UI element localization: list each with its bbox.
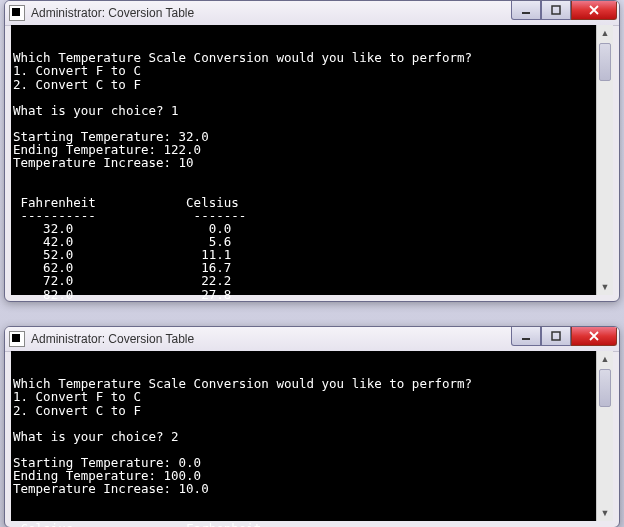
vertical-scrollbar-2[interactable]: ▲ ▼ xyxy=(596,351,613,521)
maximize-button[interactable] xyxy=(541,1,571,20)
scroll-thumb[interactable] xyxy=(599,369,611,407)
scroll-down-button[interactable]: ▼ xyxy=(597,279,613,295)
desktop-area: Administrator: Coversion Table Which Tem… xyxy=(0,0,624,527)
window-title-1: Administrator: Coversion Table xyxy=(31,6,194,20)
window-buttons-2 xyxy=(511,327,617,346)
scroll-up-button[interactable]: ▲ xyxy=(597,351,613,367)
window-buttons-1 xyxy=(511,1,617,20)
close-icon xyxy=(588,331,600,341)
vertical-scrollbar-1[interactable]: ▲ ▼ xyxy=(596,25,613,295)
console-output-1: Which Temperature Scale Conversion would… xyxy=(11,51,613,302)
close-button[interactable] xyxy=(571,1,617,20)
close-button[interactable] xyxy=(571,327,617,346)
app-icon xyxy=(9,331,25,347)
app-icon xyxy=(9,5,25,21)
maximize-icon xyxy=(551,331,561,341)
console-window-1: Administrator: Coversion Table Which Tem… xyxy=(4,0,620,302)
minimize-button[interactable] xyxy=(511,1,541,20)
svg-rect-1 xyxy=(552,6,560,14)
scroll-thumb[interactable] xyxy=(599,43,611,81)
maximize-button[interactable] xyxy=(541,327,571,346)
svg-rect-3 xyxy=(552,332,560,340)
minimize-icon xyxy=(521,5,531,15)
svg-rect-2 xyxy=(522,338,530,340)
window-title-2: Administrator: Coversion Table xyxy=(31,332,194,346)
close-icon xyxy=(588,5,600,15)
console-client-1[interactable]: Which Temperature Scale Conversion would… xyxy=(11,25,613,295)
titlebar-2[interactable]: Administrator: Coversion Table xyxy=(5,327,619,352)
scroll-up-button[interactable]: ▲ xyxy=(597,25,613,41)
console-window-2: Administrator: Coversion Table Which Tem… xyxy=(4,326,620,527)
minimize-button[interactable] xyxy=(511,327,541,346)
console-client-2[interactable]: Which Temperature Scale Conversion would… xyxy=(11,351,613,521)
console-output-2: Which Temperature Scale Conversion would… xyxy=(11,377,613,527)
titlebar-1[interactable]: Administrator: Coversion Table xyxy=(5,1,619,26)
svg-rect-0 xyxy=(522,12,530,14)
minimize-icon xyxy=(521,331,531,341)
maximize-icon xyxy=(551,5,561,15)
scroll-down-button[interactable]: ▼ xyxy=(597,505,613,521)
